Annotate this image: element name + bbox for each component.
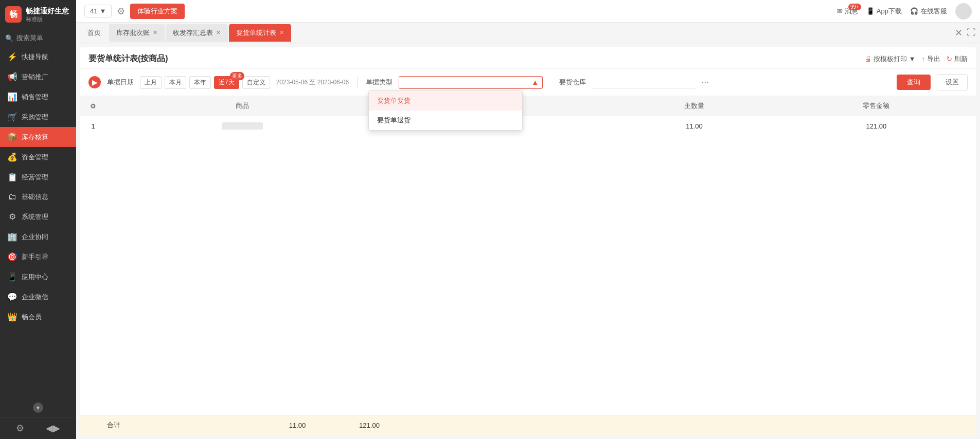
export-icon: ↑: [922, 55, 925, 63]
sidebar-settings-btn[interactable]: ⚙: [16, 423, 24, 434]
inventory-label: 库存核算: [22, 133, 48, 142]
header-gear-btn[interactable]: ⚙: [117, 6, 125, 17]
app-download-btn[interactable]: 📱 App下载: [866, 7, 902, 16]
settings-btn[interactable]: 设置: [937, 74, 968, 90]
tab-bar-controls: ✕ ⛶: [955, 27, 976, 39]
tab-receive-summary-label: 收发存汇总表: [173, 28, 213, 38]
col-quantity: 主数量: [612, 96, 777, 116]
sidebar-item-enterprise[interactable]: 🏢 企业协同: [0, 227, 76, 247]
content-area: 要货单统计表(按商品) 🖨 按模板打印 ▼ ↑ 导出 ↻ 刷新: [76, 43, 980, 439]
export-label: 导出: [927, 54, 940, 64]
sidebar-collapse-btn[interactable]: ◀▶: [46, 423, 60, 434]
online-service-btn[interactable]: 🎧 在线客服: [910, 7, 947, 16]
export-btn[interactable]: ↑ 导出: [922, 54, 941, 64]
headset-icon: 🎧: [910, 7, 918, 15]
tab-order-summary-close[interactable]: ✕: [279, 29, 284, 36]
sidebar-item-basic-info[interactable]: 🗂 基础信息: [0, 187, 76, 207]
date-btn-custom[interactable]: 自定义: [242, 76, 270, 89]
logo-sub-text: 标准版: [26, 15, 69, 23]
tab-home[interactable]: 首页: [80, 25, 108, 41]
operation-icon: 📋: [7, 172, 17, 182]
filter-more-btn[interactable]: ···: [701, 77, 709, 88]
type-dropdown-popup: 要货单要货 要货单退货: [368, 90, 523, 131]
sidebar-item-system[interactable]: ⚙ 系统管理: [0, 207, 76, 227]
basic-info-label: 基础信息: [22, 192, 48, 202]
sidebar-search[interactable]: 🔍 搜索菜单: [0, 29, 76, 47]
refresh-label: 刷新: [954, 54, 968, 64]
date-btn-this-month[interactable]: 本月: [165, 76, 186, 89]
dropdown-option-order-goods[interactable]: 要货单要货: [369, 91, 522, 111]
print-arrow: ▼: [909, 55, 916, 63]
data-table: ⚙ 商品 主计量单位 主数量 零: [80, 96, 976, 136]
sidebar-item-inventory[interactable]: 📦 库存核算: [0, 127, 76, 147]
query-btn[interactable]: 查询: [897, 75, 931, 90]
system-label: 系统管理: [22, 212, 48, 222]
sidebar-scroll-down[interactable]: ▼: [33, 403, 43, 413]
refresh-btn[interactable]: ↻ 刷新: [947, 54, 968, 64]
footer-cells: 合计 11.00 121.00: [86, 420, 970, 430]
member-icon: 👑: [7, 312, 17, 322]
tab-receive-summary-close[interactable]: ✕: [216, 29, 221, 36]
search-label: 搜索菜单: [16, 33, 43, 43]
type-filter-input[interactable]: [399, 76, 543, 89]
sidebar-logo: 畅 畅捷通好生意 标准版: [0, 0, 76, 29]
inventory-icon: 📦: [7, 132, 17, 142]
sidebar-item-finance[interactable]: 💰 资金管理: [0, 147, 76, 167]
tab-bar: 首页 库存批次账 ✕ 收发存汇总表 ✕ 要货单统计表 ✕ ✕ ⛶: [76, 23, 980, 43]
tab-order-summary[interactable]: 要货单统计表 ✕: [229, 24, 291, 42]
col-product: 商品: [106, 96, 379, 116]
quick-nav-label: 快捷导航: [22, 52, 48, 62]
sidebar-item-purchase[interactable]: 🛒 采购管理: [0, 107, 76, 127]
user-avatar[interactable]: [955, 3, 972, 20]
industry-btn[interactable]: 体验行业方案: [130, 4, 185, 19]
col-retail-amount: 零售金额: [777, 96, 976, 116]
sidebar-bottom: ⚙ ◀▶: [0, 417, 76, 439]
table-settings-icon[interactable]: ⚙: [90, 102, 96, 110]
sidebar-nav: ⚡ 快捷导航 📢 营销推广 📊 销售管理 🛒 采购管理 📦 库存核算 💰 资金管…: [0, 47, 76, 398]
top-header-left: 41 ▼ ⚙ 体验行业方案: [84, 4, 185, 19]
guide-label: 新手引导: [22, 252, 48, 262]
logo-icon: 畅: [5, 6, 22, 23]
tab-expand[interactable]: ⛶: [967, 27, 976, 38]
notification-btn[interactable]: ✉ 消息 99+: [837, 7, 858, 16]
filter-bar: ▶ 单据日期 上月 本月 本年 近7天 更多 自定义 2023-05-06 至 …: [80, 69, 976, 96]
sidebar-item-app-center[interactable]: 📱 应用中心: [0, 267, 76, 287]
date-filter-label: 单据日期: [107, 78, 134, 87]
tab-order-summary-label: 要货单统计表: [236, 28, 276, 38]
wechat-icon: 💬: [7, 292, 17, 302]
warehouse-filter-input[interactable]: [592, 76, 695, 88]
app-download-icon: 📱: [866, 7, 875, 15]
tab-inventory-batch-label: 库存批次账: [116, 28, 150, 38]
table-container: ⚙ 商品 主计量单位 主数量 零: [80, 96, 976, 415]
tab-inventory-batch-close[interactable]: ✕: [153, 29, 157, 36]
date-btn-this-year[interactable]: 本年: [189, 76, 211, 89]
print-icon: 🖨: [865, 55, 871, 63]
enterprise-label: 企业协同: [22, 232, 48, 242]
sidebar-item-quick-nav[interactable]: ⚡ 快捷导航: [0, 47, 76, 67]
app-center-label: 应用中心: [22, 272, 48, 282]
sidebar-item-member[interactable]: 👑 畅会员: [0, 307, 76, 327]
print-label: 按模板打印: [874, 54, 907, 64]
operation-label: 经营管理: [22, 173, 48, 182]
date-more-badge: 更多: [230, 72, 244, 80]
tab-inventory-batch[interactable]: 库存批次账 ✕: [109, 24, 165, 42]
page-title: 要货单统计表(按商品): [88, 53, 168, 64]
sidebar-item-marketing[interactable]: 📢 营销推广: [0, 67, 76, 87]
dropdown-option-order-return[interactable]: 要货单退货: [369, 111, 522, 130]
sidebar-item-guide[interactable]: 🎯 新手引导: [0, 247, 76, 267]
sidebar-item-operation[interactable]: 📋 经营管理: [0, 167, 76, 187]
sidebar-item-wechat[interactable]: 💬 企业微信: [0, 287, 76, 307]
sidebar-item-sales[interactable]: 📊 销售管理: [0, 87, 76, 107]
marketing-icon: 📢: [7, 72, 17, 82]
store-number: 41: [90, 7, 97, 15]
tab-close-all[interactable]: ✕: [955, 27, 963, 39]
date-btn-last-month[interactable]: 上月: [140, 76, 162, 89]
purchase-icon: 🛒: [7, 112, 17, 122]
type-filter-wrapper: ▲: [399, 76, 543, 89]
filter-expand-btn[interactable]: ▶: [88, 76, 101, 88]
store-selector[interactable]: 41 ▼: [84, 5, 112, 17]
tab-receive-summary[interactable]: 收发存汇总表 ✕: [166, 24, 228, 42]
print-btn[interactable]: 🖨 按模板打印 ▼: [865, 54, 916, 64]
footer-retail-amount: 121.00: [333, 422, 405, 429]
basic-info-icon: 🗂: [7, 192, 17, 202]
